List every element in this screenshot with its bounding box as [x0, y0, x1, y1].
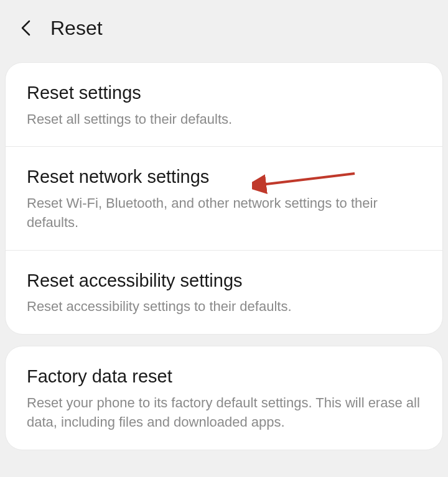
reset-accessibility-settings-option[interactable]: Reset accessibility settings Reset acces… [6, 250, 442, 334]
option-description: Reset Wi-Fi, Bluetooth, and other networ… [27, 194, 421, 233]
factory-data-reset-option[interactable]: Factory data reset Reset your phone to i… [6, 346, 442, 449]
option-title: Reset accessibility settings [27, 269, 421, 293]
reset-network-settings-option[interactable]: Reset network settings Reset Wi-Fi, Blue… [6, 146, 442, 249]
option-description: Reset all settings to their defaults. [27, 110, 421, 129]
option-title: Factory data reset [27, 365, 421, 389]
option-title: Reset settings [27, 81, 421, 105]
option-description: Reset accessibility settings to their de… [27, 297, 421, 317]
option-description: Reset your phone to its factory default … [27, 394, 421, 432]
reset-options-group-1: Reset settings Reset all settings to the… [5, 62, 443, 335]
reset-options-group-2: Factory data reset Reset your phone to i… [5, 346, 443, 450]
reset-settings-option[interactable]: Reset settings Reset all settings to the… [6, 63, 442, 146]
header: Reset [0, 0, 448, 56]
page-title: Reset [50, 17, 103, 40]
option-title: Reset network settings [27, 165, 421, 189]
back-icon[interactable] [19, 20, 35, 36]
